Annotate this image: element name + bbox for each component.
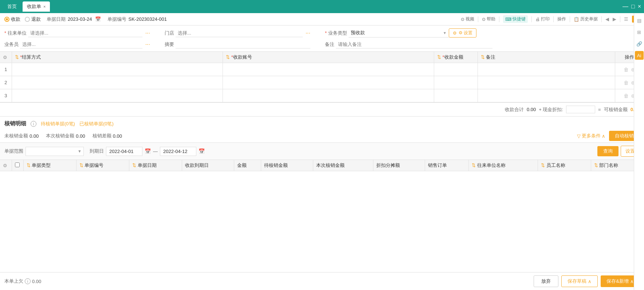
chevron-up-icon: ∧	[602, 133, 605, 139]
bottom-label: 本单上欠	[4, 278, 23, 285]
nav-right-icon[interactable]: ▶	[613, 16, 616, 22]
row3-settlement[interactable]	[12, 89, 223, 102]
number-value: SK-20230324-001	[129, 16, 167, 22]
radio-receipt-label: 收款	[11, 16, 20, 23]
date-from-input[interactable]	[106, 147, 142, 156]
summary-input[interactable]	[176, 40, 310, 48]
tab-receipt-close[interactable]: ×	[43, 4, 46, 9]
receipt-table-wrapper: ⚙ ⇅ *结算方式 ⇅ *收款账号	[0, 52, 644, 103]
row1-settlement[interactable]	[12, 63, 223, 76]
print-icon: 🖨	[535, 17, 540, 22]
tab-receipt-label: 收款单	[27, 3, 41, 10]
query-btn[interactable]: 查询	[597, 146, 619, 156]
lower-th-counterpart-sort[interactable]: ⇅	[472, 162, 476, 168]
tab-home[interactable]: 首页	[3, 1, 21, 12]
th-remark-sort[interactable]: ⇅	[481, 54, 485, 60]
sidebar-ai-icon[interactable]: Ai	[635, 51, 644, 60]
lower-th-employee: ⇅ 员工名称	[538, 160, 591, 171]
date-from-calendar-icon[interactable]: 📅	[145, 148, 151, 154]
receipt-table: ⚙ ⇅ *结算方式 ⇅ *收款账号	[0, 52, 644, 102]
radio-receipt-dot	[4, 17, 9, 22]
row3-amount[interactable]	[434, 89, 478, 102]
abandon-btn[interactable]: 放弃	[534, 275, 558, 287]
bottom-info-icon[interactable]: i	[25, 278, 31, 284]
window-max-btn[interactable]: □	[631, 3, 635, 10]
row2-delete-icon[interactable]: 🗑	[624, 80, 629, 86]
calendar-icon[interactable]: 📅	[94, 16, 102, 23]
uncancelled-label: 未核销金额	[4, 133, 28, 139]
date-to-input[interactable]	[160, 147, 196, 156]
sidebar-table-icon[interactable]: ▤	[635, 16, 644, 25]
date-to-calendar-icon[interactable]: 📅	[199, 148, 205, 154]
save-draft-btn[interactable]: 保存草稿 ∧	[561, 275, 598, 287]
row1-remark[interactable]	[478, 63, 615, 76]
shortcut-btn[interactable]: ⌨ 快捷键	[503, 15, 528, 23]
verification-info-icon[interactable]: i	[31, 121, 36, 127]
shop-more-btn[interactable]: ···	[306, 30, 310, 36]
lower-th-pending: 待核销金额	[261, 160, 313, 171]
row1-amount[interactable]	[434, 63, 478, 76]
form-settings-btn[interactable]: ⚙ ⚙ 设置	[449, 28, 476, 38]
th-amount-sort[interactable]: ⇅	[437, 54, 441, 60]
nav-left-icon[interactable]: ◀	[605, 16, 609, 22]
save-new-label: 保存&新增	[606, 278, 629, 285]
history-icon: 📋	[574, 17, 579, 22]
divider5	[570, 16, 570, 22]
form-area: * 往来单位 ··· 门店 ··· * 业务类型 预收款 ▼	[0, 26, 644, 52]
row3-remark[interactable]	[478, 89, 615, 102]
tab-receipt[interactable]: 收款单 ×	[23, 1, 50, 12]
sidebar-link-icon[interactable]: 🔗	[635, 39, 644, 48]
lower-th-type-sort[interactable]: ⇅	[27, 162, 31, 168]
table-gear-icon[interactable]: ⚙	[3, 55, 7, 60]
divider1	[478, 16, 478, 22]
radio-receipt[interactable]: 收款	[4, 16, 20, 23]
window-close-btn[interactable]: ×	[638, 3, 641, 10]
salesperson-field: 业务员 ···	[4, 40, 150, 48]
list-icon[interactable]: ☰	[624, 16, 628, 22]
pending-tab[interactable]: 待核销单据(0笔)	[41, 121, 75, 127]
row3-delete-icon[interactable]: 🗑	[624, 93, 629, 99]
window-min-btn[interactable]: —	[623, 3, 628, 10]
range-select[interactable]	[25, 147, 84, 156]
th-settlement-sort[interactable]: ⇅	[15, 54, 19, 60]
lower-th-date-sort[interactable]: ⇅	[132, 162, 136, 168]
select-all-checkbox[interactable]	[15, 162, 20, 167]
lower-table-gear-icon[interactable]: ⚙	[3, 163, 7, 168]
date-filter: 到期日 📅 — 📅	[90, 147, 205, 156]
help-btn[interactable]: ⊙ 帮助	[482, 16, 495, 22]
video-btn[interactable]: ⊙ 视频	[461, 16, 474, 22]
salesperson-input[interactable]	[20, 40, 142, 48]
business-type-select[interactable]: 预收款 ▼	[349, 28, 449, 38]
more-conditions-btn[interactable]: ▽ 更多条件 ∧	[577, 133, 605, 139]
row3-account[interactable]	[223, 89, 434, 102]
video-label: 视频	[466, 16, 474, 22]
lower-th-number-sort[interactable]: ⇅	[79, 162, 83, 168]
print-btn[interactable]: 🖨 打印	[535, 16, 550, 22]
lower-th-amount: 金额	[234, 160, 261, 171]
done-tab[interactable]: 已核销单据(0笔)	[79, 121, 114, 127]
th-account-label: *收款账号	[231, 54, 252, 60]
th-account-sort[interactable]: ⇅	[226, 54, 230, 60]
row1-delete-icon[interactable]: 🗑	[624, 67, 629, 72]
lower-th-employee-sort[interactable]: ⇅	[541, 162, 545, 168]
history-btn[interactable]: 📋 历史单据	[574, 16, 598, 22]
done-label: 已核销单据	[79, 121, 103, 126]
shop-input[interactable]	[176, 29, 303, 37]
counterpart-input[interactable]	[28, 29, 142, 37]
counterpart-more-btn[interactable]: ···	[145, 30, 150, 36]
lower-th-dept-sort[interactable]: ⇅	[594, 162, 598, 168]
row1-account[interactable]	[223, 63, 434, 76]
salesperson-more-btn[interactable]: ···	[145, 41, 150, 48]
filter-row: 单据范围 ▼ 到期日 📅 — 📅 查询 设置	[0, 142, 644, 160]
divider2	[499, 16, 499, 22]
toolbar: 收款 退款 单据日期 2023-03-24 📅 单据编号 SK-20230324…	[0, 13, 644, 26]
operation-btn[interactable]: 操作	[557, 16, 566, 22]
sidebar-grid-icon[interactable]: ⊞	[635, 28, 644, 36]
remark-input[interactable]	[336, 40, 492, 48]
discount-input[interactable]	[566, 106, 595, 113]
row2-account[interactable]	[223, 76, 434, 89]
row2-settlement[interactable]	[12, 76, 223, 89]
row2-remark[interactable]	[478, 76, 615, 89]
row2-amount[interactable]	[434, 76, 478, 89]
radio-refund[interactable]: 退款	[25, 16, 41, 23]
